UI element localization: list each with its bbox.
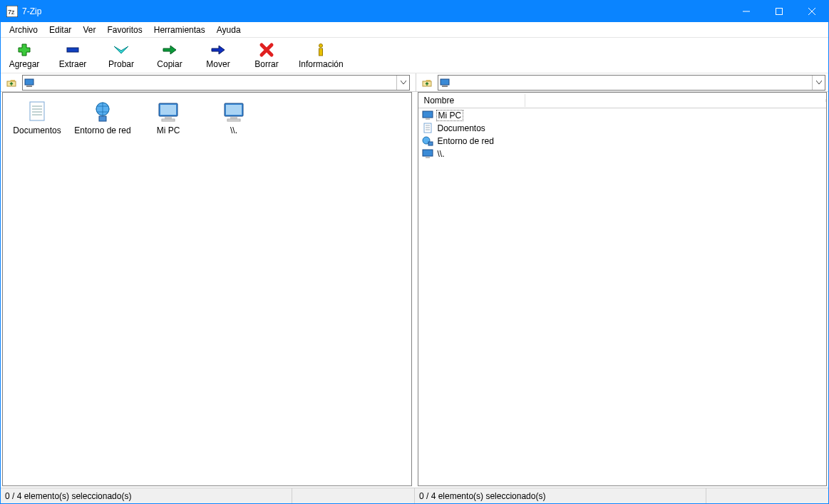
right-pane[interactable]: Nombre Mi PC Documentos Entorno de re (418, 92, 828, 486)
address-combo-right[interactable] (438, 75, 825, 91)
add-label: Agregar (9, 59, 40, 69)
item-documentos[interactable]: Documentos (4, 97, 70, 138)
address-combo-left[interactable] (22, 75, 410, 91)
list-item-mi-pc[interactable]: Mi PC (418, 109, 827, 122)
network-icon (91, 100, 115, 124)
list-header: Nombre (418, 93, 827, 108)
column-header-blank[interactable] (525, 99, 827, 102)
list-item-documentos[interactable]: Documentos (418, 122, 827, 135)
computer-root-icon (438, 78, 453, 88)
address-dropdown-right[interactable] (812, 76, 825, 90)
panes: Documentos Entorno de red Mi PC \\. (1, 92, 828, 488)
statusbar: 0 / 4 elemento(s) seleccionado(s) 0 / 4 … (1, 488, 828, 503)
delete-x-icon (259, 42, 274, 58)
computer-icon (156, 100, 180, 124)
svg-rect-25 (162, 119, 175, 121)
status-left: 0 / 4 elemento(s) seleccionado(s) (1, 488, 292, 503)
folder-up-icon (421, 77, 433, 88)
item-root-path[interactable]: \\. (201, 97, 267, 138)
svg-rect-23 (160, 105, 176, 115)
address-input-right[interactable] (453, 76, 812, 90)
item-mi-pc[interactable]: Mi PC (135, 97, 201, 138)
list-item-label: Mi PC (436, 110, 464, 121)
add-button[interactable]: Agregar (4, 41, 45, 71)
svg-point-7 (319, 43, 323, 47)
test-label: Probar (108, 59, 134, 69)
svg-rect-3 (776, 9, 783, 15)
extract-label: Extraer (59, 59, 87, 69)
document-icon (421, 123, 434, 134)
svg-rect-29 (227, 119, 240, 121)
menu-herramientas[interactable]: Herramientas (148, 24, 211, 36)
item-label: \\. (230, 125, 237, 135)
minimize-button[interactable] (730, 1, 763, 22)
svg-rect-8 (319, 48, 323, 56)
svg-rect-14 (442, 86, 448, 87)
list-item-root-path[interactable]: \\. (418, 148, 827, 160)
svg-rect-27 (226, 105, 242, 115)
info-label: Información (299, 59, 344, 69)
pane-splitter[interactable] (413, 92, 416, 488)
network-icon (421, 136, 434, 146)
svg-rect-6 (67, 48, 78, 52)
close-button[interactable] (795, 1, 828, 22)
menu-archivo[interactable]: Archivo (4, 24, 43, 36)
delete-button[interactable]: Borrar (246, 41, 287, 71)
move-label: Mover (206, 59, 230, 69)
address-pane-right (416, 73, 828, 91)
info-icon (313, 42, 329, 58)
item-entorno-de-red[interactable]: Entorno de red (70, 97, 135, 138)
menu-ayuda[interactable]: Ayuda (211, 24, 247, 36)
svg-text:7z: 7z (8, 9, 15, 16)
menu-ver[interactable]: Ver (77, 24, 101, 36)
extract-button[interactable]: Extraer (52, 41, 93, 71)
address-row (1, 73, 828, 92)
list-item-entorno-de-red[interactable]: Entorno de red (418, 135, 827, 148)
status-left-blank (292, 488, 415, 503)
computer-root-icon (23, 78, 37, 88)
minus-icon (65, 42, 81, 58)
document-icon (26, 100, 48, 124)
copy-button[interactable]: Copiar (149, 41, 190, 71)
move-button[interactable]: Mover (197, 41, 239, 71)
up-button-right[interactable] (419, 75, 435, 91)
computer-icon (421, 149, 434, 159)
menu-editar[interactable]: Editar (43, 24, 77, 36)
svg-rect-31 (426, 118, 430, 120)
svg-rect-39 (426, 157, 430, 158)
svg-rect-10 (25, 79, 34, 85)
svg-rect-38 (423, 150, 433, 156)
svg-rect-13 (441, 79, 449, 85)
address-input-left[interactable] (37, 76, 396, 90)
address-dropdown-left[interactable] (396, 76, 409, 90)
chevron-down-icon (816, 80, 822, 86)
svg-rect-21 (99, 116, 106, 121)
list-item-label: \\. (436, 149, 446, 159)
svg-rect-11 (26, 86, 32, 87)
chevron-down-icon (401, 80, 406, 86)
titlebar: 7z 7-Zip (1, 1, 828, 22)
item-label: Mi PC (157, 125, 180, 135)
copy-arrow-icon (160, 42, 179, 58)
computer-icon (421, 110, 434, 120)
toolbar: Agregar Extraer Probar Copiar Mover Borr… (1, 38, 828, 73)
delete-label: Borrar (254, 59, 278, 69)
list-item-label: Documentos (436, 123, 487, 133)
app-icon: 7z (6, 6, 18, 17)
item-label: Documentos (13, 125, 61, 135)
column-header-name[interactable]: Nombre (418, 94, 525, 107)
window-controls (730, 1, 828, 22)
icon-view: Documentos Entorno de red Mi PC \\. (3, 93, 411, 143)
folder-up-icon (6, 77, 17, 88)
check-icon (113, 42, 130, 58)
left-pane[interactable]: Documentos Entorno de red Mi PC \\. (2, 92, 412, 486)
svg-rect-30 (423, 111, 433, 118)
menu-favoritos[interactable]: Favoritos (101, 24, 148, 36)
info-button[interactable]: Información (294, 41, 348, 71)
copy-label: Copiar (157, 59, 182, 69)
test-button[interactable]: Probar (101, 41, 142, 71)
up-button-left[interactable] (4, 75, 19, 91)
maximize-button[interactable] (763, 1, 795, 22)
svg-rect-37 (428, 142, 433, 145)
list-rows: Mi PC Documentos Entorno de red \\. (418, 108, 827, 160)
